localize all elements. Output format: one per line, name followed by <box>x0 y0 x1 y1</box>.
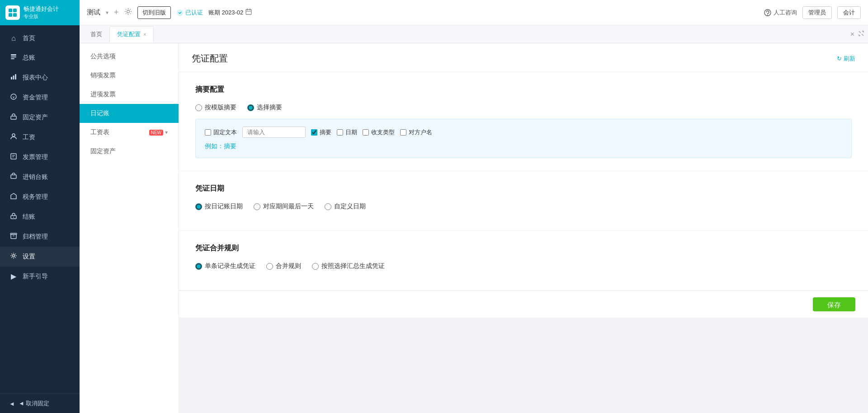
merge-section-title: 凭证合并规则 <box>195 244 852 253</box>
left-menu-public[interactable]: 公共选项 <box>80 47 179 66</box>
sidebar-item-guide[interactable]: ▶ 新手引导 <box>0 267 80 286</box>
content-main: 凭证配置 ↻ 刷新 摘要配置 按模版摘要 选择摘要 <box>179 43 868 413</box>
svg-rect-25 <box>246 9 251 14</box>
svg-point-23 <box>13 255 15 257</box>
svg-rect-9 <box>15 74 16 80</box>
radio-single-record[interactable]: 单条记录生成凭证 <box>195 262 255 270</box>
left-menu-fixed-asset[interactable]: 固定资产 <box>80 142 179 161</box>
settings-icon <box>9 252 18 261</box>
sidebar-item-close[interactable]: 结账 <box>0 207 80 227</box>
sidebar-item-fund[interactable]: ¥ 资金管理 <box>0 88 80 108</box>
svg-rect-3 <box>13 13 17 17</box>
new-badge: NEW <box>149 130 163 136</box>
svg-rect-4 <box>11 54 16 56</box>
summary-section: 摘要配置 按模版摘要 选择摘要 固定文本 <box>179 72 868 171</box>
svg-rect-2 <box>9 13 12 17</box>
home-icon: ⌂ <box>9 34 18 42</box>
checkbox-summary[interactable]: 摘要 <box>311 128 331 136</box>
radio-by-selection[interactable]: 按照选择汇总生成凭证 <box>312 262 385 270</box>
radio-select-summary[interactable]: 选择摘要 <box>247 103 282 112</box>
payroll-expand-icon[interactable]: ▾ <box>165 129 168 136</box>
summary-radio-group: 按模版摘要 选择摘要 <box>195 103 852 112</box>
radio-merge-rule[interactable]: 合并规则 <box>266 262 301 270</box>
merge-section: 凭证合并规则 单条记录生成凭证 合并规则 按照选择汇总生成凭证 <box>179 231 868 291</box>
add-company-button[interactable]: + <box>114 8 119 17</box>
summary-section-title: 摘要配置 <box>195 85 852 94</box>
tab-close-icon[interactable]: × <box>143 32 146 37</box>
svg-rect-6 <box>11 58 14 59</box>
svg-point-30 <box>767 14 768 15</box>
asset-icon <box>9 113 18 122</box>
close-account-icon <box>9 212 18 221</box>
sidebar-item-tax[interactable]: 税务管理 <box>0 187 80 207</box>
switch-old-version-button[interactable]: 切到旧版 <box>137 6 171 19</box>
sidebar-item-asset[interactable]: 固定资产 <box>0 108 80 127</box>
page-title: 凭证配置 <box>192 52 228 65</box>
verified-status: 已认证 <box>176 9 203 17</box>
trade-icon <box>9 173 18 182</box>
checkbox-income-type[interactable]: 收支类型 <box>363 128 395 136</box>
guide-icon: ▶ <box>9 272 18 281</box>
page-header: 凭证配置 ↻ 刷新 <box>179 43 868 72</box>
refresh-icon: ↻ <box>837 55 842 62</box>
manager-button[interactable]: 管理员 <box>802 6 832 19</box>
date-section-title: 凭证日期 <box>195 184 852 193</box>
checkbox-counterpart[interactable]: 对方户名 <box>400 128 432 136</box>
radio-template-summary[interactable]: 按模版摘要 <box>195 103 236 112</box>
svg-rect-0 <box>9 9 12 12</box>
cancel-fixed-icon: ◄ <box>9 400 15 407</box>
account-period: 账期 2023-02 <box>208 8 253 17</box>
refresh-button[interactable]: ↻ 刷新 <box>837 55 855 63</box>
radio-journal-date[interactable]: 按日记账日期 <box>195 202 243 211</box>
cancel-fixed-button[interactable]: ◄ ◄ 取消固定 <box>0 394 80 413</box>
fund-icon: ¥ <box>9 93 18 102</box>
tabbar-expand-button[interactable] <box>858 30 864 38</box>
calendar-icon[interactable] <box>245 8 252 17</box>
sidebar-item-invoice[interactable]: 发票管理 <box>0 147 80 167</box>
left-menu-payroll[interactable]: 工资表 NEW ▾ <box>80 123 179 142</box>
sidebar-item-trade[interactable]: 进销台账 <box>0 167 80 187</box>
fixed-text-input[interactable] <box>242 127 306 138</box>
left-menu-purchase-invoice[interactable]: 进项发票 <box>80 85 179 104</box>
radio-custom-date[interactable]: 自定义日期 <box>325 202 366 211</box>
sidebar-item-home[interactable]: ⌂ 首页 <box>0 29 80 48</box>
summary-example-text: 例如：摘要 <box>205 142 842 150</box>
salary-icon <box>9 133 18 142</box>
checkbox-fixed-text[interactable]: 固定文本 <box>205 128 237 136</box>
tax-icon <box>9 192 18 202</box>
sidebar-item-settings[interactable]: 设置 <box>0 247 80 267</box>
sidebar-item-archive[interactable]: 归档管理 <box>0 227 80 247</box>
tabbar-close-button[interactable]: × <box>850 30 854 38</box>
radio-period-last[interactable]: 对应期间最后一天 <box>254 202 314 211</box>
sidebar-item-salary[interactable]: 工资 <box>0 127 80 147</box>
content-left-menu: 公共选项 销项发票 进项发票 日记账 工资表 NEW ▾ 固定资产 <box>80 43 179 413</box>
merge-radio-group: 单条记录生成凭证 合并规则 按照选择汇总生成凭证 <box>195 262 852 270</box>
topbar: 测试 ▾ + 切到旧版 已认证 账期 2023-02 人工咨询 管理员 会计 <box>80 0 868 25</box>
sidebar: 畅捷通好会计 专业版 ⌂ 首页 总账 报表中心 ¥ 资金管理 <box>0 0 80 413</box>
cancel-fixed-label: ◄ 取消固定 <box>19 399 49 408</box>
svg-point-19 <box>13 217 14 218</box>
save-button[interactable]: 保存 <box>813 297 855 311</box>
tabbar-actions: × <box>850 30 864 38</box>
company-dropdown-arrow[interactable]: ▾ <box>106 9 108 16</box>
summary-config-box: 固定文本 摘要 日期 收支类型 <box>195 119 852 158</box>
left-menu-sales-invoice[interactable]: 销项发票 <box>80 66 179 85</box>
tab-home[interactable]: 首页 <box>83 27 109 42</box>
report-icon <box>9 73 18 82</box>
settings-gear-icon[interactable] <box>124 8 132 17</box>
page-footer: 保存 <box>179 291 868 318</box>
archive-icon <box>9 232 18 241</box>
svg-rect-8 <box>13 75 14 80</box>
tabbar: 首页 凭证配置 × × <box>80 25 868 43</box>
company-name: 测试 <box>87 8 100 17</box>
sidebar-item-ledger[interactable]: 总账 <box>0 48 80 68</box>
ledger-icon <box>9 53 18 62</box>
ai-consult-button[interactable]: 人工咨询 <box>764 9 797 17</box>
checkbox-date[interactable]: 日期 <box>337 128 357 136</box>
app-logo-icon <box>5 5 20 20</box>
svg-point-24 <box>127 10 129 13</box>
sidebar-item-report[interactable]: 报表中心 <box>0 68 80 88</box>
accountant-button[interactable]: 会计 <box>837 6 861 19</box>
left-menu-journal[interactable]: 日记账 <box>80 104 179 123</box>
tab-voucher-config[interactable]: 凭证配置 × <box>109 26 154 42</box>
